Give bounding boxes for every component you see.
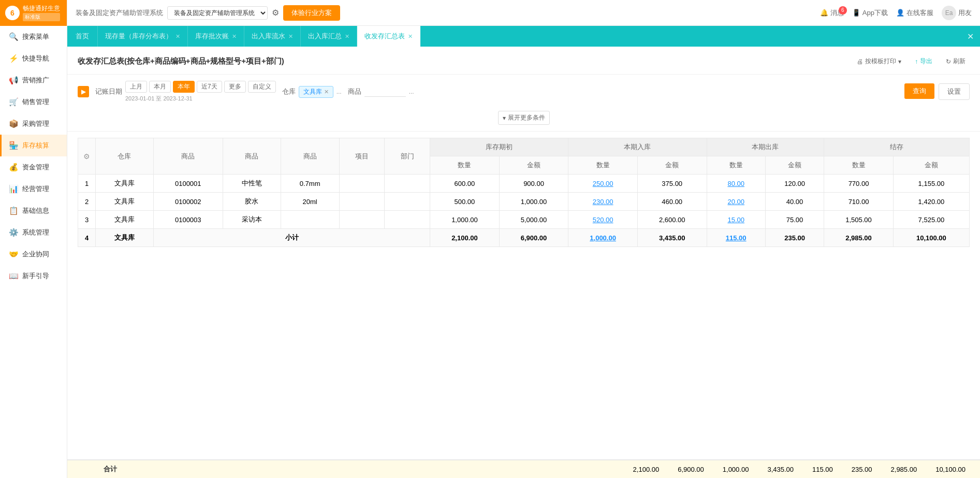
- filter-settings-button[interactable]: 设置: [939, 83, 970, 100]
- try-button[interactable]: 体验行业方案: [283, 5, 340, 21]
- row3-out-qty[interactable]: 15.00: [707, 211, 765, 229]
- close-icon[interactable]: ✕: [175, 33, 180, 40]
- date-filter-group: 记账日期 上月 本月 本年 近7天 更多 自定义 2023-01-01 至 20…: [95, 81, 276, 103]
- row2-in-qty[interactable]: 230.00: [568, 193, 638, 211]
- expand-more-button[interactable]: ▾ 展开更多条件: [498, 111, 550, 125]
- total-in-qty: 1,000.00: [713, 466, 758, 473]
- row3-open-qty: 1,000.00: [430, 211, 500, 229]
- date-btn-last-month[interactable]: 上月: [125, 81, 147, 93]
- sidebar-item-label: 新手引导: [22, 271, 49, 281]
- tab-batch-account-label: 库存批次账: [195, 32, 229, 41]
- warehouse-tag-close[interactable]: ✕: [324, 89, 329, 95]
- row1-bal-qty: 770.00: [824, 175, 894, 193]
- row3-in-qty[interactable]: 520.00: [568, 211, 638, 229]
- close-icon[interactable]: ✕: [232, 33, 237, 40]
- subtotal-bal-qty: 2,985.00: [824, 229, 894, 247]
- table-footer: 合计 2,100.00 6,900.00 1,000.00 3,435.00 1…: [67, 459, 980, 478]
- sidebar-item-guide[interactable]: 📖 新手引导: [0, 265, 67, 287]
- sidebar-menu: 🔍 搜索菜单 ⚡ 快捷导航 📢 营销推广 🛒 销售管理 📦 采购管理 🏪 库存核…: [0, 26, 67, 478]
- bell-icon: 🔔: [820, 9, 828, 17]
- sidebar-item-sales[interactable]: 🛒 销售管理: [0, 91, 67, 113]
- subtotal-out-qty[interactable]: 115.00: [707, 229, 765, 247]
- filter-toggle-button[interactable]: ▶: [78, 86, 89, 97]
- row1-in-qty[interactable]: 250.00: [568, 175, 638, 193]
- total-out-amt: 235.00: [842, 466, 882, 473]
- goods-search-input[interactable]: [364, 87, 406, 97]
- sidebar-item-purchase[interactable]: 📦 采购管理: [0, 113, 67, 135]
- total-open-qty: 2,100.00: [624, 466, 669, 473]
- date-btn-this-month[interactable]: 本月: [149, 81, 171, 93]
- export-icon: ↑: [915, 58, 918, 65]
- filter-section: ▶ 记账日期 上月 本月 本年 近7天 更多 自定义: [67, 75, 980, 132]
- col-header-balance: 结存: [824, 138, 970, 156]
- quick-nav-icon: ⚡: [9, 54, 18, 63]
- tab-home[interactable]: 首页: [67, 26, 98, 47]
- row2-out-qty[interactable]: 20.00: [707, 193, 765, 211]
- row2-goods-spec: 20ml: [281, 193, 339, 211]
- sidebar-item-system[interactable]: ⚙️ 系统管理: [0, 222, 67, 243]
- message-badge: 6: [839, 6, 847, 15]
- table-settings-icon[interactable]: ⚙: [83, 152, 90, 161]
- tab-in-out-flow[interactable]: 出入库流水 ✕: [244, 26, 301, 47]
- subtotal-warehouse: 文具库: [96, 229, 154, 247]
- topbar-select[interactable]: 装备及固定资产辅助管理系统: [167, 6, 268, 20]
- main-area: 装备及固定资产辅助管理系统 装备及固定资产辅助管理系统 ⚙ 体验行业方案 🔔 消…: [67, 0, 980, 478]
- filter-row-1: ▶ 记账日期 上月 本月 本年 近7天 更多 自定义: [78, 81, 970, 103]
- sidebar-item-label: 系统管理: [22, 228, 49, 237]
- close-icon[interactable]: ✕: [345, 33, 349, 40]
- online-service-button[interactable]: 👤 在线客服: [896, 8, 933, 18]
- sidebar-item-finance[interactable]: 💰 资金管理: [0, 156, 67, 178]
- page-title: 收发存汇总表(按仓库+商品编码+商品+规格型号+项目+部门): [78, 56, 284, 66]
- topbar: 装备及固定资产辅助管理系统 装备及固定资产辅助管理系统 ⚙ 体验行业方案 🔔 消…: [67, 0, 980, 26]
- sidebar-item-basic-info[interactable]: 📋 基础信息: [0, 200, 67, 222]
- row1-out-amt: 120.00: [765, 175, 824, 193]
- row1-open-amt: 900.00: [499, 175, 568, 193]
- close-icon[interactable]: ✕: [288, 33, 293, 40]
- sidebar-item-search[interactable]: 🔍 搜索菜单: [0, 26, 67, 48]
- tab-inventory-dist-label: 现存量（库存分布表）: [105, 32, 172, 41]
- tab-receipt-summary[interactable]: 收发存汇总表 ✕: [357, 26, 420, 47]
- app-download-button[interactable]: 📱 App下载: [852, 8, 888, 18]
- sidebar-item-inventory[interactable]: 🏪 库存核算: [0, 135, 67, 156]
- row1-out-qty[interactable]: 80.00: [707, 175, 765, 193]
- export-button[interactable]: ↑ 导出: [911, 55, 937, 68]
- date-btn-more[interactable]: 更多: [224, 81, 246, 93]
- inventory-icon: 🏪: [9, 141, 18, 150]
- basic-info-icon: 📋: [9, 206, 18, 215]
- close-icon[interactable]: ✕: [408, 33, 413, 40]
- operations-icon: 📊: [9, 184, 18, 194]
- topbar-left: 装备及固定资产辅助管理系统 装备及固定资产辅助管理系统 ⚙ 体验行业方案: [76, 5, 340, 21]
- total-out-qty: 115.00: [803, 466, 842, 473]
- subtotal-in-qty[interactable]: 1,000.00: [568, 229, 638, 247]
- user-button[interactable]: Ea 用友: [942, 6, 972, 20]
- system-icon: ⚙️: [9, 228, 18, 237]
- tab-batch-account[interactable]: 库存批次账 ✕: [188, 26, 244, 47]
- sidebar-item-quick-nav[interactable]: ⚡ 快捷导航: [0, 48, 67, 69]
- row2-in-amt: 460.00: [637, 193, 707, 211]
- sidebar-item-operations[interactable]: 📊 经营管理: [0, 178, 67, 200]
- message-button[interactable]: 🔔 消息 6: [820, 8, 844, 18]
- goods-filter-group: 商品 ...: [348, 87, 414, 97]
- goods-more-button[interactable]: ...: [409, 88, 414, 95]
- print-button[interactable]: 🖨 按模板打印 ▾: [853, 55, 905, 68]
- date-btn-custom[interactable]: 自定义: [248, 81, 276, 93]
- warehouse-tag[interactable]: 文具库 ✕: [299, 86, 333, 98]
- sidebar-item-label: 营销推广: [22, 76, 49, 85]
- sidebar-item-marketing[interactable]: 📢 营销推广: [0, 69, 67, 91]
- refresh-button[interactable]: ↻ 刷新: [942, 55, 970, 68]
- sidebar-item-label: 资金管理: [22, 163, 49, 172]
- sidebar-item-label: 经营管理: [22, 184, 49, 194]
- row1-goods-code: 0100001: [153, 175, 223, 193]
- date-btn-7days[interactable]: 近7天: [197, 81, 222, 93]
- date-btn-this-year[interactable]: 本年: [173, 81, 195, 93]
- tab-inventory-dist[interactable]: 现存量（库存分布表） ✕: [98, 26, 188, 47]
- query-button[interactable]: 查询: [904, 83, 934, 99]
- warehouse-more-button[interactable]: ...: [337, 88, 342, 95]
- sub-header-bal-qty: 数量: [824, 156, 894, 175]
- sidebar-item-enterprise[interactable]: 🤝 企业协同: [0, 243, 67, 265]
- row2-department: [385, 193, 430, 211]
- gear-icon[interactable]: ⚙: [272, 8, 279, 18]
- tab-in-out-summary[interactable]: 出入库汇总 ✕: [301, 26, 357, 47]
- close-all-tabs-button[interactable]: ✕: [961, 26, 980, 47]
- table-row: 2 文具库 0100002 胶水 20ml 500.00 1,000.00 23…: [78, 193, 970, 211]
